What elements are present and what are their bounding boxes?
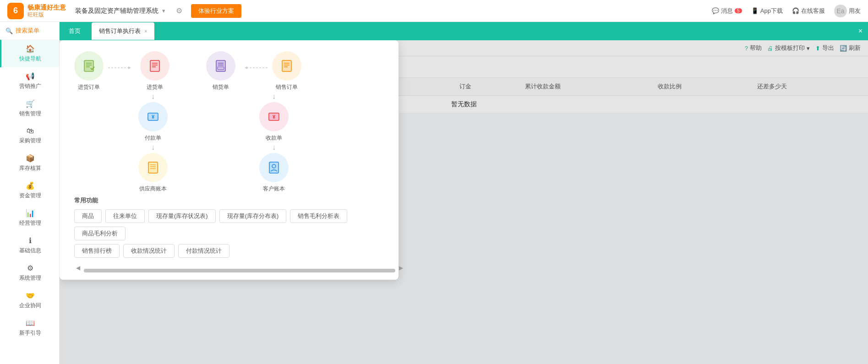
sidebar-item-inventory[interactable]: 📦 库存核算	[0, 149, 59, 177]
purchase-bill-label: 进货单	[147, 83, 163, 91]
popup-overlay: 进货订单	[60, 40, 868, 364]
main-area: 🔍 搜索菜单 🏠 快捷导航 📢 营销推广 🛒 销售管理 🛍 采购管理 📦	[0, 22, 868, 364]
sale-order-label: 销售订单	[276, 83, 298, 91]
sidebar-item-guide[interactable]: 📖 新手引导	[0, 314, 59, 342]
flow-purchase-bill[interactable]: 进货单	[140, 51, 169, 91]
flow-receipt-bill[interactable]: ¥ 收款单	[259, 102, 289, 142]
cf-btn-receipt-stats[interactable]: 收款情况统计	[123, 244, 175, 258]
sale-bill-label: 销货单	[213, 83, 229, 91]
purchase-order-icon	[74, 51, 104, 81]
svg-rect-22	[148, 162, 158, 173]
flow-sale-bill[interactable]: 销货单	[206, 51, 235, 91]
svg-text:¥: ¥	[152, 114, 155, 120]
top-right: 💬 消息 5 📱 App下载 🎧 在线客服 Ea 用友	[712, 5, 861, 17]
tab-bar: 首页 销售订单执行表 × ×	[60, 22, 868, 40]
search-menu[interactable]: 🔍 搜索菜单	[0, 22, 59, 40]
cf-btn-partner[interactable]: 往来单位	[105, 209, 145, 223]
experience-button[interactable]: 体验行业方案	[191, 4, 241, 18]
scroll-left-button[interactable]: ◀	[74, 265, 82, 271]
flow-purchase-order[interactable]: 进货订单	[74, 51, 104, 91]
arrow-down-payment: ↓	[151, 93, 155, 100]
sale-order-icon	[272, 51, 301, 81]
sidebar-item-collab[interactable]: 🤝 企业协同	[0, 287, 59, 314]
marketing-icon: 📢	[26, 72, 35, 81]
tab-home[interactable]: 首页	[60, 22, 90, 40]
user-menu[interactable]: Ea 用友	[834, 5, 861, 17]
cf-btn-sales-profit[interactable]: 销售毛利分析表	[290, 209, 347, 223]
flow-customer-ledger[interactable]: 客户账本	[259, 153, 289, 193]
payment-bill-icon: ¥	[138, 102, 168, 131]
sidebar-item-purchase[interactable]: 🛍 采购管理	[0, 122, 59, 149]
avatar: Ea	[834, 5, 847, 17]
receipt-bill-icon: ¥	[259, 102, 289, 131]
logo-icon: 6	[7, 3, 24, 19]
sale-bill-icon	[206, 51, 235, 81]
flow-sale-order[interactable]: 销售订单	[272, 51, 301, 91]
sidebar-item-basic[interactable]: ℹ 基础信息	[0, 232, 59, 259]
logo-area: 6 畅康通好生意 旺旺版	[7, 3, 66, 19]
system-name: 装备及固定资产辅助管理系统	[75, 7, 158, 15]
message-badge: 5	[735, 8, 742, 13]
common-functions: 常用功能 商品 往来单位 现存量(库存状况表) 现存量(库存分布表) 销售毛利分…	[74, 196, 384, 258]
svg-marker-15	[245, 66, 247, 69]
svg-text:¥: ¥	[273, 114, 276, 120]
sidebar-item-operation[interactable]: 📊 经营管理	[0, 204, 59, 232]
content-area: 首页 销售订单执行表 × × ? 帮助 🖨	[60, 22, 868, 364]
close-all-button[interactable]: ×	[858, 27, 863, 35]
sidebar-item-finance[interactable]: 💰 资金管理	[0, 177, 59, 204]
logo-text: 畅康通好生意 旺旺版	[27, 3, 66, 19]
cf-btn-product[interactable]: 商品	[74, 209, 102, 223]
quick-nav-icon: 🏠	[26, 44, 35, 53]
supplier-ledger-icon	[138, 153, 168, 182]
cf-btn-product-profit[interactable]: 商品毛利分析	[74, 227, 126, 240]
sidebar-item-sales[interactable]: 🛒 销售管理	[0, 95, 59, 122]
tab-bar-right: ×	[858, 27, 868, 35]
online-service-button[interactable]: 🎧 在线客服	[792, 7, 825, 15]
search-icon: 🔍	[5, 27, 13, 34]
gear-button[interactable]: ⚙	[173, 5, 186, 17]
sidebar-item-marketing[interactable]: 📢 营销推广	[0, 67, 59, 95]
basic-icon: ℹ	[29, 236, 32, 245]
flow-supplier-ledger[interactable]: 供应商账本	[138, 153, 168, 193]
cf-btn-sales-rank[interactable]: 销售排行榜	[74, 244, 120, 258]
cf-btn-payment-stats[interactable]: 付款情况统计	[178, 244, 229, 258]
top-bar: 6 畅康通好生意 旺旺版 装备及固定资产辅助管理系统 ▾ ⚙ 体验行业方案 💬 …	[0, 0, 868, 22]
customer-ledger-label: 客户账本	[263, 185, 285, 193]
popup-scrollbar[interactable]	[84, 269, 395, 272]
tab-sales-order[interactable]: 销售订单执行表 ×	[92, 22, 154, 40]
download-icon: 📱	[751, 7, 759, 14]
receipt-bill-label: 收款单	[266, 134, 282, 142]
cf-buttons-row2: 销售排行榜 收款情况统计 付款情况统计	[74, 244, 384, 258]
service-icon: 🎧	[792, 7, 799, 14]
popup-scrollbar-container: ◀ ▶	[74, 263, 384, 272]
svg-marker-5	[128, 66, 131, 69]
app-container: 6 畅康通好生意 旺旺版 装备及固定资产辅助管理系统 ▾ ⚙ 体验行业方案 💬 …	[0, 0, 868, 364]
customer-ledger-icon	[259, 153, 289, 182]
sidebar: 🔍 搜索菜单 🏠 快捷导航 📢 营销推广 🛒 销售管理 🛍 采购管理 📦	[0, 22, 60, 364]
svg-rect-16	[282, 60, 291, 71]
app-download-button[interactable]: 📱 App下载	[751, 7, 783, 15]
purchase-order-label: 进货订单	[78, 83, 100, 91]
purchase-icon: 🛍	[27, 127, 34, 135]
common-functions-title: 常用功能	[74, 196, 384, 205]
cf-btn-stock-dist[interactable]: 现存量(库存分布表)	[219, 209, 287, 223]
arrow-sale-order-to-bill	[240, 65, 267, 71]
sidebar-item-quick-nav[interactable]: 🏠 快捷导航	[0, 40, 59, 67]
guide-icon: 📖	[26, 319, 35, 327]
sidebar-item-system[interactable]: ⚙ 系统管理	[0, 259, 59, 287]
dropdown-arrow-icon[interactable]: ▾	[162, 7, 165, 14]
inventory-icon: 📦	[26, 154, 35, 163]
tab-close-icon[interactable]: ×	[144, 28, 147, 34]
flow-payment-bill[interactable]: ¥ 付款单	[138, 102, 168, 142]
popup-box: 进货订单	[60, 40, 399, 280]
popup-scrollbar-thumb	[84, 269, 395, 272]
message-button[interactable]: 💬 消息 5	[712, 7, 742, 15]
supplier-ledger-label: 供应商账本	[139, 185, 167, 193]
svg-rect-28	[269, 162, 278, 173]
purchase-bill-icon	[140, 51, 169, 81]
svg-rect-6	[150, 60, 159, 71]
scroll-right-button[interactable]: ▶	[397, 265, 405, 271]
cf-btn-stock-status[interactable]: 现存量(库存状况表)	[148, 209, 216, 223]
arrow-purchase-order-to-bill	[108, 65, 136, 71]
sales-icon: 🛒	[26, 99, 35, 108]
